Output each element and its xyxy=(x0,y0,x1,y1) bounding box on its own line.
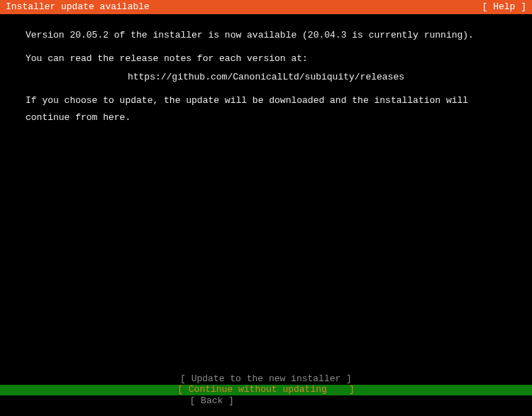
footer-buttons: Update to the new installer Continue wit… xyxy=(0,374,532,406)
back-button[interactable]: [ Back ] xyxy=(190,395,234,406)
continue-without-updating-button[interactable]: Continue without updating xyxy=(0,385,532,395)
header-title: Installer update available xyxy=(6,0,150,14)
update-info-text: If you choose to update, the update will… xyxy=(26,92,506,126)
help-button[interactable]: [ Help ] xyxy=(482,0,526,14)
release-notes-text: You can read the release notes for each … xyxy=(26,50,506,67)
header-bar: Installer update available [ Help ] xyxy=(0,0,532,14)
update-button[interactable]: Update to the new installer xyxy=(0,374,532,385)
main-content: Version 20.05.2 of the installer is now … xyxy=(0,14,532,138)
version-info-text: Version 20.05.2 of the installer is now … xyxy=(26,27,506,43)
release-notes-url: https://github.com/CanonicalLtd/subiquit… xyxy=(26,69,506,85)
